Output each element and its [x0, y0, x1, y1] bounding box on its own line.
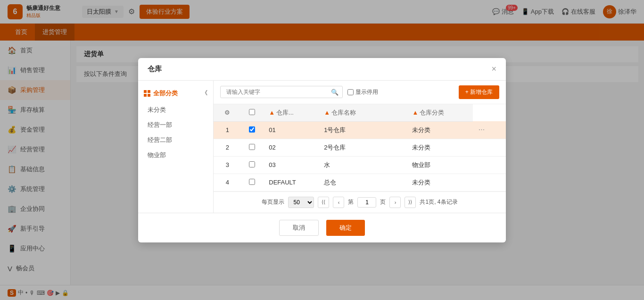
warehouse-table: ⚙ ▲ 仓库...: [214, 104, 506, 192]
more-icon[interactable]: ···: [479, 125, 485, 133]
page-number-input[interactable]: [357, 197, 376, 208]
row-checkbox-cell[interactable]: [241, 121, 263, 139]
pagination: 每页显示 50 100 ⟨⟨ ‹ 第 页 › ⟩⟩ 共1页, 4条记录: [214, 192, 506, 213]
row-checkbox[interactable]: [249, 179, 255, 185]
table-row[interactable]: 2 02 2号仓库 未分类: [214, 139, 506, 156]
svg-rect-0: [144, 90, 147, 93]
row-num: 2: [214, 139, 241, 156]
category-business2[interactable]: 经营二部: [138, 133, 213, 148]
row-checkbox-cell[interactable]: [241, 139, 263, 156]
row-actions[interactable]: ···: [473, 121, 506, 139]
category-unclassified[interactable]: 未分类: [138, 102, 213, 117]
row-name: 1号仓库: [318, 121, 406, 139]
next-page-btn[interactable]: ›: [389, 197, 401, 208]
search-input-wrap: 🔍: [220, 86, 343, 98]
grid-icon: [144, 90, 150, 97]
row-name: 总仓: [318, 174, 406, 191]
row-code: 01: [263, 121, 318, 139]
modal-toolbar: 🔍 显示停用 + 新增仓库: [214, 81, 506, 104]
table-row[interactable]: 4 DEFAULT 总仓 未分类: [214, 174, 506, 191]
settings-icon[interactable]: ⚙: [224, 109, 230, 116]
modal-backdrop[interactable]: 仓库 × 全部分类 《 未分类 经营一部 经营二部 物业部: [0, 0, 644, 300]
table-header: ⚙ ▲ 仓库...: [214, 104, 506, 122]
table-row[interactable]: 1 01 1号仓库 未分类 ···: [214, 121, 506, 139]
row-checkbox[interactable]: [249, 161, 255, 167]
row-category: 物业部: [406, 156, 472, 174]
svg-rect-2: [144, 94, 147, 97]
collapse-icon[interactable]: 《: [202, 89, 207, 97]
search-input[interactable]: [224, 86, 331, 98]
th-settings: ⚙: [214, 104, 241, 122]
th-checkbox: [241, 104, 263, 122]
category-property[interactable]: 物业部: [138, 148, 213, 163]
right-panel: 🔍 显示停用 + 新增仓库 ⚙: [214, 81, 506, 213]
confirm-button[interactable]: 确定: [326, 220, 365, 236]
category-business1[interactable]: 经营一部: [138, 117, 213, 133]
show-disabled-checkbox[interactable]: [347, 89, 354, 95]
select-all-checkbox[interactable]: [249, 109, 255, 115]
row-num: 3: [214, 156, 241, 174]
sort-icon: ▲: [269, 109, 275, 116]
svg-rect-3: [148, 94, 150, 97]
row-checkbox[interactable]: [249, 144, 255, 150]
row-checkbox-cell[interactable]: [241, 174, 263, 191]
row-category: 未分类: [406, 174, 472, 191]
last-page-btn[interactable]: ⟩⟩: [405, 197, 416, 208]
prev-page-btn[interactable]: ‹: [333, 197, 344, 208]
all-category-item[interactable]: 全部分类 《: [138, 86, 213, 102]
row-category: 未分类: [406, 121, 472, 139]
sort-icon-3: ▲: [412, 109, 418, 116]
row-checkbox-cell[interactable]: [241, 156, 263, 174]
th-name: ▲ 仓库名称: [318, 104, 406, 122]
row-code: DEFAULT: [263, 174, 318, 191]
row-num: 4: [214, 174, 241, 191]
modal-header: 仓库 ×: [138, 58, 506, 81]
close-icon[interactable]: ×: [491, 65, 496, 73]
modal-body: 全部分类 《 未分类 经营一部 经营二部 物业部 🔍: [138, 81, 506, 213]
search-icon[interactable]: 🔍: [331, 89, 339, 96]
modal-title: 仓库: [148, 65, 162, 74]
row-category: 未分类: [406, 139, 472, 156]
category-panel: 全部分类 《 未分类 经营一部 经营二部 物业部: [138, 81, 214, 213]
table-row[interactable]: 3 03 水 物业部: [214, 156, 506, 174]
row-name: 水: [318, 156, 406, 174]
row-name: 2号仓库: [318, 139, 406, 156]
row-code: 03: [263, 156, 318, 174]
row-checkbox[interactable]: [249, 126, 255, 133]
first-page-btn[interactable]: ⟨⟨: [318, 197, 329, 208]
show-disabled-label[interactable]: 显示停用: [347, 88, 378, 96]
row-num: 1: [214, 121, 241, 139]
add-warehouse-button[interactable]: + 新增仓库: [459, 85, 499, 99]
svg-rect-1: [148, 90, 150, 93]
sort-icon-2: ▲: [324, 109, 330, 116]
cancel-button[interactable]: 取消: [279, 220, 319, 236]
th-code: ▲ 仓库...: [263, 104, 318, 122]
modal-action-footer: 取消 确定: [138, 213, 506, 242]
warehouse-modal: 仓库 × 全部分类 《 未分类 经营一部 经营二部 物业部: [138, 58, 506, 242]
row-code: 02: [263, 139, 318, 156]
th-category: ▲ 仓库分类: [406, 104, 472, 122]
per-page-select[interactable]: 50 100: [288, 197, 314, 208]
